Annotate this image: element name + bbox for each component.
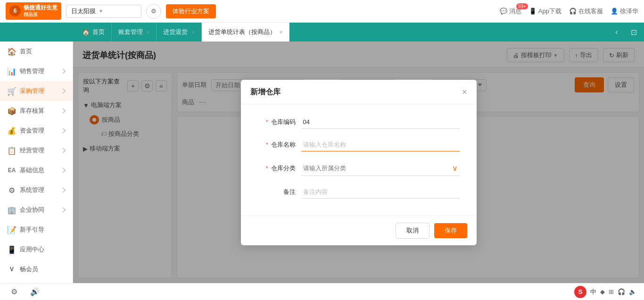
speaker-icon: 🔈 — [629, 288, 636, 295]
sidebar-item-inventory[interactable]: 📦 库存核算 — [0, 101, 73, 121]
tab-home[interactable]: 🏠 首页 — [75, 23, 112, 42]
message-badge: 99+ — [516, 3, 528, 9]
cancel-button[interactable]: 取消 — [396, 223, 429, 239]
store-dropdown-arrow: ▼ — [99, 8, 103, 14]
tab-account-close[interactable]: × — [147, 29, 149, 35]
sidebar-item-member[interactable]: V 畅会员 — [0, 259, 73, 279]
finance-expand-icon — [60, 128, 66, 133]
tab-purchase-return[interactable]: 进货退货 × — [157, 23, 201, 42]
tab-purchase-return-close[interactable]: × — [191, 29, 194, 35]
bottom-left-icons: ⚙ 🔊 — [8, 285, 41, 299]
operations-icon: 📋 — [8, 146, 16, 155]
category-row: * 仓库分类 ∨ — [258, 161, 460, 176]
message-icon: 💬 — [500, 8, 507, 15]
tab-home-label: 首页 — [92, 28, 105, 36]
nav-next-btn[interactable]: ⊡ — [627, 25, 640, 39]
sidebar-home-label: 首页 — [20, 47, 32, 56]
diamond-icon: ◆ — [600, 288, 605, 295]
sidebar-item-operations[interactable]: 📋 经营管理 — [0, 141, 73, 160]
code-row: * 仓库编码 — [258, 116, 460, 129]
purchase-expand-icon — [60, 88, 66, 93]
online-service-btn[interactable]: 🎧 在线客服 — [569, 7, 603, 16]
category-label: * 仓库分类 — [258, 164, 296, 173]
new-warehouse-modal: 新增仓库 × * 仓库编码 — [241, 80, 477, 245]
basic-info-icon: EA — [8, 166, 16, 175]
app-center-icon: 📱 — [8, 245, 16, 254]
guide-icon: 📝 — [8, 225, 16, 234]
code-label: * 仓库编码 — [258, 118, 296, 126]
operations-expand-icon — [60, 148, 66, 153]
logo-sub: 精品版 — [24, 11, 58, 18]
sidebar-item-system[interactable]: ⚙ 系统管理 — [0, 180, 73, 200]
logo-icon: 6 — [9, 5, 21, 17]
sidebar-enterprise-label: 企业协同 — [20, 206, 44, 214]
basic-info-expand-icon — [60, 167, 66, 173]
sidebar-guide-label: 新手引导 — [20, 225, 44, 234]
user-area[interactable]: 👤 徐泽华 — [611, 7, 638, 16]
sidebar-finance-label: 资金管理 — [20, 126, 44, 135]
finance-icon: 💰 — [8, 126, 16, 135]
sidebar-item-purchase[interactable]: 🛒 采购管理 — [0, 81, 73, 101]
name-label-text: 仓库名称 — [271, 141, 296, 148]
trial-button[interactable]: 体验行业方案 — [166, 4, 216, 18]
bottom-sound-icon[interactable]: 🔊 — [28, 285, 41, 299]
home-icon: 🏠 — [82, 29, 90, 36]
category-required: * — [266, 165, 268, 172]
category-input[interactable] — [303, 165, 452, 172]
tab-account-label: 账套管理 — [118, 28, 143, 36]
system-expand-icon — [60, 187, 66, 192]
bottom-bar: ⚙ 🔊 S 中 ◆ ⊞ 🎧 🔈 — [0, 283, 644, 300]
code-input[interactable] — [301, 116, 460, 129]
sidebar-inventory-label: 库存核算 — [20, 107, 44, 115]
name-row: * 仓库名称 — [258, 138, 460, 151]
bottom-right-icons: S 中 ◆ ⊞ 🎧 🔈 — [574, 286, 636, 298]
store-selector[interactable]: 日太阳膜 ▼ — [66, 5, 141, 18]
sidebar-sales-label: 销售管理 — [20, 67, 44, 75]
modal-header: 新增仓库 × — [241, 80, 477, 104]
name-input[interactable] — [301, 138, 460, 151]
tab-purchase-stats[interactable]: 进货单统计表（按商品） × — [202, 23, 289, 42]
sidebar-item-finance[interactable]: 💰 资金管理 — [0, 121, 73, 141]
sidebar-item-sales[interactable]: 📊 销售管理 — [0, 61, 73, 81]
sidebar-item-basic-info[interactable]: EA 基础信息 — [0, 160, 73, 180]
note-row: 备注 — [258, 185, 460, 199]
message-btn[interactable]: 💬 消息 99+ — [500, 7, 521, 16]
sidebar-member-label: 畅会员 — [20, 265, 38, 274]
modal-close-btn[interactable]: × — [462, 88, 467, 96]
enterprise-icon: 🏢 — [8, 206, 16, 214]
name-label: * 仓库名称 — [258, 141, 296, 149]
online-service-label: 在线客服 — [578, 7, 603, 16]
name-required: * — [266, 141, 268, 148]
sidebar-bottom-settings[interactable]: ⚙ 🔊 《 — [0, 279, 73, 283]
logo-area: 6 畅捷通好生意 精品版 — [6, 2, 61, 19]
nav-prev-btn[interactable]: ‹ — [610, 25, 623, 39]
sidebar-item-enterprise[interactable]: 🏢 企业协同 — [0, 200, 73, 220]
ime-label[interactable]: 中 — [590, 288, 596, 296]
tab-purchase-stats-label: 进货单统计表（按商品） — [208, 28, 276, 36]
sidebar-item-app-center[interactable]: 📱 应用中心 — [0, 240, 73, 259]
headset-bottom-icon: 🎧 — [618, 288, 625, 295]
logo-name: 畅捷通好生意 — [24, 4, 58, 11]
user-name: 徐泽华 — [620, 7, 638, 16]
header-right: 💬 消息 99+ 📱 App下载 🎧 在线客服 👤 徐泽华 — [500, 7, 638, 16]
headset-icon: 🎧 — [569, 8, 577, 15]
code-label-text: 仓库编码 — [271, 118, 296, 125]
sidebar-item-home[interactable]: 🏠 首页 — [0, 42, 73, 61]
modal-body: * 仓库编码 * 仓库名称 — [241, 104, 477, 216]
purchase-icon: 🛒 — [8, 87, 16, 95]
note-input[interactable] — [301, 185, 460, 199]
save-button[interactable]: 保存 — [434, 223, 467, 238]
app-download-btn[interactable]: 📱 App下载 — [529, 7, 561, 16]
bottom-gear-icon[interactable]: ⚙ — [8, 285, 21, 299]
top-header: 6 畅捷通好生意 精品版 日太阳膜 ▼ ⚙ 体验行业方案 💬 消息 99+ 📱 … — [0, 0, 644, 23]
main-area: 🏠 首页 📊 销售管理 🛒 采购管理 📦 库存核算 💰 资金管理 — [0, 42, 644, 283]
tab-purchase-return-label: 进货退货 — [163, 28, 188, 36]
tab-account[interactable]: 账套管理 × — [112, 23, 157, 42]
sidebar: 🏠 首页 📊 销售管理 🛒 采购管理 📦 库存核算 💰 资金管理 — [0, 42, 73, 283]
sidebar-item-guide[interactable]: 📝 新手引导 — [0, 220, 73, 240]
enterprise-expand-icon — [60, 207, 66, 212]
settings-btn[interactable]: ⚙ — [146, 4, 161, 19]
tab-purchase-stats-close[interactable]: × — [280, 29, 282, 35]
category-dropdown-icon[interactable]: ∨ — [452, 164, 458, 173]
app-icon: 📱 — [529, 8, 537, 15]
